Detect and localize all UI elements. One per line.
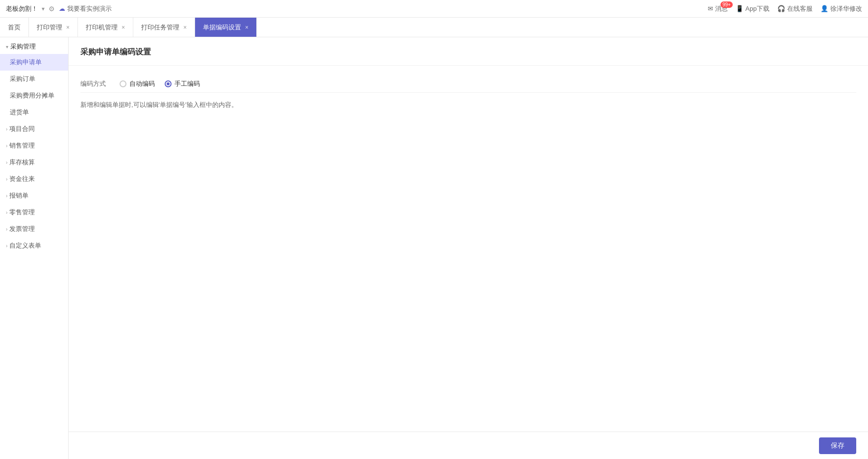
chevron-right-icon: › <box>6 127 7 132</box>
avatar-icon: 👤 <box>820 5 828 12</box>
auto-code-option[interactable]: 自动编码 <box>120 79 155 88</box>
chevron-down-icon: ▾ <box>6 44 8 50</box>
tab-print-mgmt-label: 打印管理 <box>37 23 62 32</box>
dropdown-arrow-icon[interactable]: ▾ <box>42 5 45 12</box>
sidebar-group-retail-mgmt-label: 零售管理 <box>9 208 35 217</box>
tab-print-task[interactable]: 打印任务管理 × <box>133 18 195 37</box>
sidebar-item-purchase-order-label: 采购订单 <box>10 75 35 82</box>
sidebar: ▾ 采购管理 采购申请单 采购订单 采购费用分摊单 进货单 › 项目合同 › 销… <box>0 37 69 459</box>
sidebar-group-sales-return[interactable]: › 报销单 <box>0 187 68 204</box>
content-area: 采购申请单编码设置 编码方式 自动编码 手工编码 <box>69 37 868 459</box>
tab-home-label: 首页 <box>8 23 21 32</box>
tab-print-task-close[interactable]: × <box>183 24 187 31</box>
sidebar-group-retail-mgmt[interactable]: › 零售管理 <box>0 204 68 221</box>
tab-printer-mgmt-close[interactable]: × <box>122 24 125 31</box>
sidebar-group-sales-return-label: 报销单 <box>9 191 28 200</box>
sidebar-item-stock-in[interactable]: 进货单 <box>0 104 68 121</box>
sidebar-group-funds[interactable]: › 资金往来 <box>0 171 68 187</box>
chevron-right-icon6: › <box>6 210 7 215</box>
sidebar-group-procurement-label: 采购管理 <box>10 42 36 51</box>
encoding-method-label: 编码方式 <box>80 79 110 88</box>
chevron-right-icon4: › <box>6 177 7 182</box>
demo-text: 我要看实例演示 <box>67 4 112 13</box>
demo-link[interactable]: ☁ 我要看实例演示 <box>59 4 112 13</box>
auto-code-label: 自动编码 <box>129 79 155 88</box>
chevron-right-icon3: › <box>6 160 7 165</box>
tab-home[interactable]: 首页 <box>0 18 29 37</box>
top-bar-right: ✉ 消息 99+ 📱 App下载 🎧 在线客服 👤 徐泽华修改 <box>708 4 862 13</box>
tab-single-code-close[interactable]: × <box>245 24 248 31</box>
encoding-form: 编码方式 自动编码 手工编码 新增和编辑单据时,可以编辑'单据编号'输入框中的内… <box>69 66 868 119</box>
sidebar-group-funds-label: 资金往来 <box>9 175 35 183</box>
headset-icon: 🎧 <box>777 5 785 12</box>
page-title: 采购申请单编码设置 <box>80 47 856 57</box>
content-inner: 采购申请单编码设置 编码方式 自动编码 手工编码 <box>69 37 868 432</box>
tab-single-code-label: 单据编码设置 <box>203 23 241 32</box>
user-name: 徐泽华修改 <box>830 4 862 13</box>
tab-bar: 首页 打印管理 × 打印机管理 × 打印任务管理 × 单据编码设置 × <box>0 18 868 37</box>
phone-icon: 📱 <box>736 5 744 12</box>
tab-single-code[interactable]: 单据编码设置 × <box>195 18 257 37</box>
sidebar-group-sales-mgmt-label: 销售管理 <box>9 141 35 150</box>
sidebar-group-sales-mgmt[interactable]: › 销售管理 <box>0 137 68 154</box>
radio-group: 自动编码 手工编码 <box>120 79 200 88</box>
save-button[interactable]: 保存 <box>819 437 856 454</box>
online-service-button[interactable]: 🎧 在线客服 <box>777 4 813 13</box>
top-bar-title: 老板勿割！ <box>6 4 38 13</box>
message-button[interactable]: ✉ 消息 99+ <box>708 4 728 13</box>
sidebar-group-project-contract-label: 项目合同 <box>9 125 35 133</box>
chevron-right-icon2: › <box>6 143 7 149</box>
message-icon: ✉ <box>708 5 713 12</box>
sidebar-group-invoice-mgmt-label: 发票管理 <box>9 225 35 233</box>
chevron-right-icon7: › <box>6 227 7 232</box>
manual-code-option[interactable]: 手工编码 <box>165 79 200 88</box>
manual-code-label: 手工编码 <box>174 79 200 88</box>
manual-code-radio[interactable] <box>165 80 172 87</box>
sidebar-item-purchase-request-label: 采购申请单 <box>10 58 42 66</box>
top-bar-left: 老板勿割！ ▾ ⚙ ☁ 我要看实例演示 <box>6 4 112 13</box>
sidebar-group-inventory[interactable]: › 库存核算 <box>0 154 68 171</box>
encoding-method-row: 编码方式 自动编码 手工编码 <box>80 76 856 93</box>
chevron-right-icon5: › <box>6 193 7 199</box>
main-layout: ▾ 采购管理 采购申请单 采购订单 采购费用分摊单 进货单 › 项目合同 › 销… <box>0 37 868 459</box>
user-menu[interactable]: 👤 徐泽华修改 <box>820 4 862 13</box>
auto-code-radio[interactable] <box>120 80 126 87</box>
tab-print-mgmt-close[interactable]: × <box>66 24 70 31</box>
top-bar: 老板勿割！ ▾ ⚙ ☁ 我要看实例演示 ✉ 消息 99+ 📱 App下载 🎧 在… <box>0 0 868 18</box>
page-header: 采购申请单编码设置 <box>69 37 868 66</box>
sidebar-group-project-contract[interactable]: › 项目合同 <box>0 121 68 137</box>
app-download-button[interactable]: 📱 App下载 <box>736 4 769 13</box>
sidebar-item-purchase-order[interactable]: 采购订单 <box>0 71 68 87</box>
sidebar-item-purchase-expense[interactable]: 采购费用分摊单 <box>0 87 68 104</box>
sidebar-item-stock-in-label: 进货单 <box>10 108 29 116</box>
tab-printer-mgmt[interactable]: 打印机管理 × <box>78 18 133 37</box>
sidebar-group-procurement[interactable]: ▾ 采购管理 <box>0 37 68 54</box>
encoding-description: 新增和编辑单据时,可以编辑'单据编号'输入框中的内容。 <box>80 101 856 109</box>
gear-icon[interactable]: ⚙ <box>49 5 55 13</box>
tab-print-task-label: 打印任务管理 <box>141 23 179 32</box>
message-badge: 99+ <box>720 1 733 8</box>
bottom-bar: 保存 <box>69 432 868 459</box>
sidebar-item-purchase-request[interactable]: 采购申请单 <box>0 54 68 71</box>
app-label: App下载 <box>745 4 769 13</box>
tab-printer-mgmt-label: 打印机管理 <box>86 23 118 32</box>
sidebar-group-invoice-mgmt[interactable]: › 发票管理 <box>0 221 68 237</box>
cloud-icon: ☁ <box>59 5 65 12</box>
chevron-right-icon8: › <box>6 243 7 249</box>
sidebar-group-inventory-label: 库存核算 <box>9 158 35 167</box>
tab-print-mgmt[interactable]: 打印管理 × <box>29 18 78 37</box>
service-label: 在线客服 <box>787 4 813 13</box>
sidebar-group-custom-forms-label: 自定义表单 <box>9 241 41 250</box>
sidebar-group-custom-forms[interactable]: › 自定义表单 <box>0 237 68 254</box>
sidebar-item-purchase-expense-label: 采购费用分摊单 <box>10 92 54 99</box>
